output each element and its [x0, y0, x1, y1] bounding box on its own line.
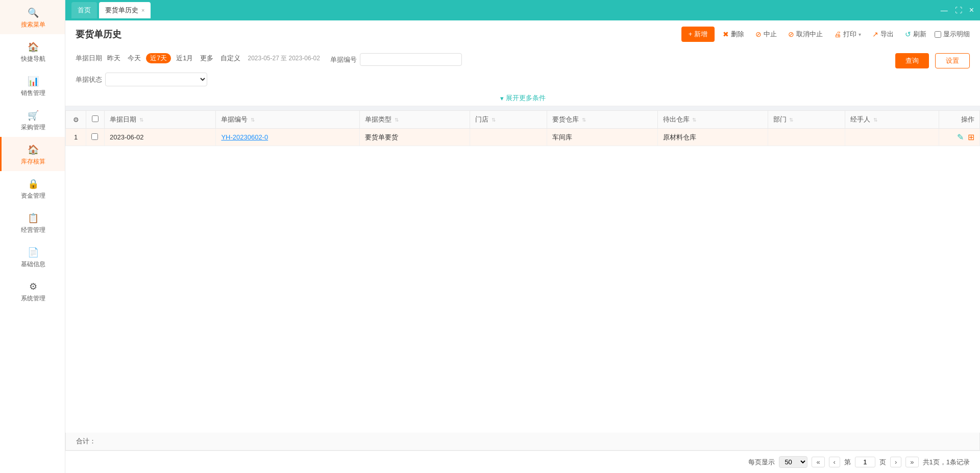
- date-opt-more[interactable]: 更多: [198, 53, 215, 63]
- table-body: 1 2023-06-02 YH-20230602-0 要货单要货 车间库 原材料…: [66, 129, 980, 146]
- system-icon: ⚙: [29, 281, 37, 292]
- per-page-label: 每页显示: [748, 458, 775, 467]
- summary-label: 合计：: [76, 437, 96, 446]
- table-container: ⚙ 单据日期 ⇅ 单据编号 ⇅: [65, 110, 980, 433]
- delete-icon: ✖: [723, 30, 729, 38]
- col-req-warehouse-label: 要货仓库: [552, 115, 579, 123]
- sort-doc-no-icon[interactable]: ⇅: [251, 117, 255, 123]
- sidebar-item-purchase[interactable]: 🛒 采购管理: [0, 103, 65, 137]
- doc-no-filter-group: 单据编号: [330, 53, 462, 66]
- tab-home[interactable]: 首页: [71, 2, 97, 18]
- sidebar-item-search-menu[interactable]: 🔍 搜索菜单: [0, 0, 65, 34]
- export-icon: ↗: [872, 30, 878, 38]
- next-page-button[interactable]: ›: [890, 457, 901, 467]
- first-page-button[interactable]: «: [812, 457, 824, 467]
- col-doc-no: 单据编号 ⇅: [216, 111, 360, 129]
- cancel-stop-button[interactable]: ⊘ 取消中止: [785, 28, 826, 41]
- date-opt-1month[interactable]: 近1月: [174, 53, 195, 63]
- filter-area: 单据日期 昨天 今天 近7天 近1月 更多 自定义 2023-05-27 至 2…: [76, 48, 970, 73]
- row-doc-no[interactable]: YH-20230602-0: [216, 129, 360, 146]
- tab-close-icon[interactable]: ×: [141, 7, 144, 13]
- row-handler: [845, 129, 939, 146]
- edit-icon[interactable]: ✎: [957, 132, 964, 142]
- page-title-row: 要货单历史 + 新增 ✖ 删除 ⊘ 中止 ⊘ 取消中止: [76, 27, 970, 42]
- sidebar-item-label: 搜索菜单: [21, 20, 45, 29]
- display-detail-label: 显示明细: [943, 30, 970, 39]
- col-doc-date: 单据日期 ⇅: [105, 111, 216, 129]
- sort-store-icon[interactable]: ⇅: [492, 117, 496, 123]
- sidebar-item-inventory[interactable]: 🏠 库存核算: [0, 137, 65, 171]
- doc-no-input[interactable]: [360, 53, 462, 66]
- display-detail-toggle[interactable]: 显示明细: [935, 30, 970, 39]
- table-header: ⚙ 单据日期 ⇅ 单据编号 ⇅: [66, 111, 980, 129]
- window-close[interactable]: ×: [969, 6, 974, 15]
- col-req-warehouse: 要货仓库 ⇅: [547, 111, 657, 129]
- sort-doc-type-icon[interactable]: ⇅: [395, 117, 399, 123]
- page-input[interactable]: [855, 457, 875, 467]
- expand-more-button[interactable]: ▾ 展开更多条件: [76, 90, 970, 106]
- settings-icon[interactable]: ⚙: [73, 116, 79, 124]
- sidebar-item-label: 销售管理: [21, 89, 45, 98]
- filter-area-2: 单据状态: [76, 73, 970, 90]
- print-button[interactable]: 🖨 打印 ▾: [831, 28, 864, 41]
- stop-button[interactable]: ⊘ 中止: [752, 28, 780, 41]
- sales-icon: 📊: [28, 76, 39, 87]
- action-icons: ✎ ⊞: [944, 132, 974, 142]
- delete-button[interactable]: ✖ 删除: [720, 28, 747, 41]
- home-icon: 🏠: [28, 41, 39, 53]
- per-page-select[interactable]: 20 50 100: [779, 456, 807, 468]
- sort-handler-icon[interactable]: ⇅: [873, 117, 877, 123]
- col-action-label: 操作: [961, 115, 974, 123]
- col-doc-type: 单据类型 ⇅: [359, 111, 470, 129]
- sort-pending-warehouse-icon[interactable]: ⇅: [692, 117, 696, 123]
- sidebar-item-sales[interactable]: 📊 销售管理: [0, 68, 65, 103]
- window-minimize[interactable]: —: [941, 6, 948, 14]
- page-header: 要货单历史 + 新增 ✖ 删除 ⊘ 中止 ⊘ 取消中止: [65, 20, 980, 106]
- row-checkbox[interactable]: [91, 133, 98, 140]
- data-table: ⚙ 单据日期 ⇅ 单据编号 ⇅: [65, 110, 980, 146]
- refresh-button[interactable]: ↺ 刷新: [902, 28, 929, 41]
- sidebar-item-system[interactable]: ⚙ 系统管理: [0, 274, 65, 308]
- prev-page-button[interactable]: ‹: [829, 457, 840, 467]
- col-settings: ⚙: [66, 111, 86, 129]
- status-select[interactable]: [105, 73, 207, 86]
- tab-active[interactable]: 要货单历史 ×: [99, 2, 151, 18]
- sort-req-warehouse-icon[interactable]: ⇅: [582, 117, 586, 123]
- table-row: 1 2023-06-02 YH-20230602-0 要货单要货 车间库 原材料…: [66, 129, 980, 146]
- sidebar-item-label: 采购管理: [21, 123, 45, 132]
- total-info: 共1页，1条记录: [923, 458, 970, 467]
- row-doc-date: 2023-06-02: [105, 129, 216, 146]
- expand-more-label: 展开更多条件: [506, 93, 546, 103]
- date-opt-custom[interactable]: 自定义: [218, 53, 242, 63]
- purchase-icon: 🛒: [28, 110, 39, 121]
- add-button[interactable]: + 新增: [681, 27, 715, 42]
- col-checkbox: [86, 111, 105, 129]
- export-button[interactable]: ↗ 导出: [869, 28, 897, 41]
- date-opt-7days[interactable]: 近7天: [146, 53, 171, 63]
- query-button[interactable]: 查询: [895, 53, 929, 68]
- finance-icon: 🔒: [28, 178, 39, 190]
- detail-icon[interactable]: ⊞: [968, 132, 974, 142]
- sidebar-item-quick-nav[interactable]: 🏠 快捷导航: [0, 34, 65, 68]
- select-all-checkbox[interactable]: [92, 115, 99, 122]
- setting-button[interactable]: 设置: [935, 53, 970, 68]
- doc-no-link[interactable]: YH-20230602-0: [221, 133, 268, 141]
- col-doc-date-label: 单据日期: [110, 115, 136, 123]
- sort-dept-icon[interactable]: ⇅: [789, 117, 793, 123]
- sidebar-item-business[interactable]: 📋 经营管理: [0, 205, 65, 240]
- sort-doc-date-icon[interactable]: ⇅: [139, 117, 143, 123]
- sidebar-item-label: 快捷导航: [21, 55, 45, 63]
- row-action-cell: ✎ ⊞: [939, 129, 980, 146]
- print-dropdown-icon[interactable]: ▾: [859, 32, 861, 37]
- date-opt-today[interactable]: 今天: [126, 53, 143, 63]
- expand-chevron-icon: ▾: [500, 94, 504, 102]
- window-maximize[interactable]: ⛶: [955, 6, 962, 14]
- right-buttons-group: 查询 设置: [895, 53, 970, 68]
- home-tab-label: 首页: [78, 6, 91, 15]
- last-page-button[interactable]: »: [905, 457, 918, 467]
- display-detail-checkbox[interactable]: [935, 31, 941, 38]
- refresh-icon: ↺: [905, 30, 911, 38]
- sidebar-item-finance[interactable]: 🔒 资金管理: [0, 171, 65, 205]
- sidebar-item-basic-info[interactable]: 📄 基础信息: [0, 240, 65, 274]
- date-opt-yesterday[interactable]: 昨天: [105, 53, 122, 63]
